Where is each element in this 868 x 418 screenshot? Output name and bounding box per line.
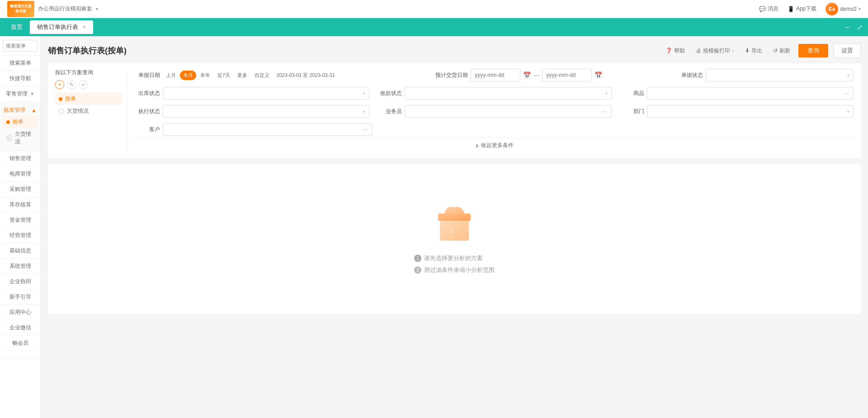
date-tag-last-month[interactable]: 上月 [163,71,179,80]
sidebar-item-marketing[interactable]: 销售管理 [0,151,40,166]
out-status-field: 出库状态 ▾ [135,87,369,100]
sidebar-item-member[interactable] [0,351,40,359]
date-tag-more[interactable]: 更多 [234,71,250,80]
date-range-display: 2023-03-01 至 2023-03-31 [276,72,335,79]
recv-status-select[interactable]: ▾ [405,87,611,100]
avatar: Ea [826,3,838,15]
salesperson-select[interactable]: ··· [405,105,611,118]
sidebar-item-quick[interactable]: 快捷导航 [0,71,40,86]
logo-text: 畅捷通好生意 [10,4,32,9]
date-tag-custom[interactable]: 自定义 [251,71,273,80]
sidebar-item-inventory[interactable]: 资金管理 [0,213,40,228]
filter-plan-actions: + ✎ « [55,80,122,89]
message-btn[interactable]: 💬 消息 [759,5,778,13]
print-label: 按模板打印 [703,47,730,55]
sidebar-sub-order[interactable]: 按单 [3,116,38,128]
exec-status-select[interactable]: ▾ [163,105,369,118]
export-label: 导出 [751,47,762,55]
customer-select[interactable]: ··· [163,123,372,136]
topbar-left: 畅捷通好生意 标准版 办公用品行业模拟账套 ▾ [7,1,98,17]
sidebar-sales-label: 电商管理 [9,171,31,177]
filter-row-4: 客户 ··· [135,123,854,136]
sidebar-item-newguide[interactable]: 应用中心 [0,305,40,320]
export-icon: ⬇ [745,48,750,54]
settings-button[interactable]: 设置 [834,43,861,58]
topbar-dropdown-arrow[interactable]: ▾ [96,6,98,11]
goods-more-icon[interactable]: ··· [844,90,849,97]
filter-row-3: 执行状态 ▾ 业务员 ··· [135,105,854,118]
customer-more-icon[interactable]: ··· [363,126,368,133]
sidebar-item-system[interactable]: 企业协同 [0,274,40,290]
sidebar-purchase-label: 库存核算 [9,201,31,208]
salesperson-more-icon[interactable]: ··· [602,108,608,115]
cal-icon-start[interactable]: 📅 [523,71,531,79]
sidebar-item-wxenterprise[interactable]: 畅会员 [0,336,40,351]
page-actions: ❓ 帮助 🖨 按模板打印 ▾ ⬇ 导出 ↺ 刷新 查询 设置 [663,43,861,58]
plan-item-order[interactable]: 按单 [55,93,122,105]
sidebar-inventory-label: 资金管理 [9,217,31,223]
order-dot-icon [6,120,10,124]
search-input[interactable] [3,40,38,52]
date-tag-last7[interactable]: 近7天 [214,71,233,80]
sidebar-item-search[interactable]: 搜索菜单 [0,56,40,71]
sidebar-sub-shortage[interactable]: ⊙ 欠货情况 [3,128,38,148]
filter-row-1: 单据日期 上月 本月 本年 近7天 更多 自定义 2023-03-01 至 20… [135,69,854,81]
retail-arrow: ▼ [30,91,34,96]
sidebar-wholesale-header[interactable]: 批发管理 ▲ [3,104,38,116]
sidebar-item-collab[interactable]: 新手引导 [0,290,40,305]
filter-row-2: 出库状态 ▾ 收款状态 ▾ [135,87,854,100]
sidebar-item-purchase[interactable]: 库存核算 [0,197,40,213]
goods-field: 商品 ··· [619,87,854,100]
svg-text:✦: ✦ [449,229,453,235]
sidebar-item-ecommerce[interactable]: 采购管理 [0,182,40,197]
query-button[interactable]: 查询 [798,44,828,57]
refresh-icon: ↺ [773,48,778,54]
help-btn[interactable]: ❓ 帮助 [663,45,688,57]
help-label: 帮助 [674,47,685,55]
out-status-select[interactable]: ▾ [163,87,369,100]
sidebar-item-retail[interactable]: 零售管理 ▼ [0,86,40,102]
cal-icon-end[interactable]: 📅 [594,71,602,79]
edit-plan-btn[interactable]: ✎ [67,80,76,89]
status-select[interactable]: ▾ [706,69,854,81]
print-btn[interactable]: 🖨 按模板打印 ▾ [693,45,737,57]
tabbar-maximize-btn[interactable]: ⤢ [855,21,864,33]
add-plan-btn[interactable]: + [55,80,64,89]
empty-tip-1-text: 请先选择要分析的方案 [424,254,483,262]
filter-panel: 按以下方案查询 + ✎ « 按单 [48,63,861,158]
goods-select[interactable]: ··· [647,87,854,100]
customer-label: 客户 [135,126,160,133]
tab-active-label: 销售订单执行表 [37,23,78,31]
sidebar-item-sales[interactable]: 电商管理 [0,166,40,182]
dept-select[interactable]: ▾ [647,105,854,118]
status-field: 单据状态 ▾ [678,69,854,81]
plan-item-shortage[interactable]: 欠货情况 [55,105,122,117]
date-tag-this-year[interactable]: 本年 [197,71,213,80]
expected-date-end-input[interactable] [542,69,592,81]
edit-plan-icon: ✎ [69,81,74,88]
expected-date-start-input[interactable] [471,69,520,81]
empty-tips: 1 请先选择要分析的方案 2 用过滤条件来缩小分析范围 [414,254,495,278]
tabbar-collapse-btn[interactable]: – [844,21,851,33]
date-sep: — [533,72,539,79]
sidebar-item-operation[interactable]: 基础信息 [0,243,40,259]
app-download-btn[interactable]: 📱 App下载 [788,5,816,13]
date-tag-this-month[interactable]: 本月 [180,71,196,80]
expected-date-field: 预计交货日期 📅 — 📅 [435,69,670,81]
sidebar-item-basic[interactable]: 系统管理 [0,259,40,274]
out-dropdown-arrow: ▾ [363,91,365,96]
collapse-more-btn[interactable]: ∧ 收起更多条件 [135,138,854,153]
sidebar-item-appcenter[interactable]: 企业微信 [0,320,40,336]
refresh-btn[interactable]: ↺ 刷新 [770,45,793,57]
tab-sales-execution[interactable]: 销售订单执行表 × [30,20,93,34]
sidebar-item-finance[interactable]: 经营管理 [0,228,40,243]
filter-section-title: 按以下方案查询 [55,69,122,76]
collapse-plan-btn[interactable]: « [79,80,88,89]
tab-home-label: 首页 [11,23,23,31]
shortage-icon: ⊙ [6,135,12,141]
tab-close-icon[interactable]: × [83,24,86,30]
export-btn[interactable]: ⬇ 导出 [742,45,765,57]
sidebar-system-label: 企业协同 [9,278,31,285]
tab-home[interactable]: 首页 [4,20,30,34]
user-menu[interactable]: Ea demo2 ▾ [826,3,861,15]
